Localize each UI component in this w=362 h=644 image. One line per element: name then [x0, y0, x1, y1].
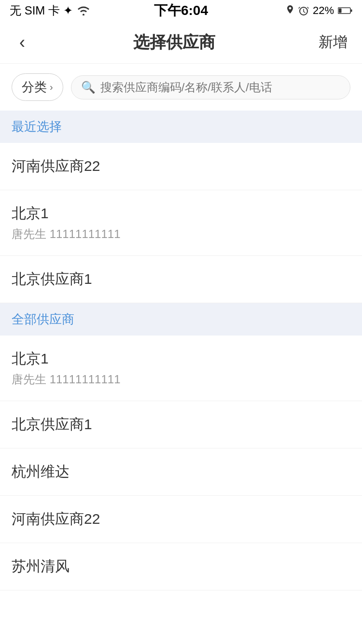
category-label: 分类: [22, 79, 47, 96]
item-name: 北京1: [12, 349, 350, 369]
status-bar: 无 SIM 卡 ✦ 下午6:04 22%: [0, 0, 362, 21]
all-section-header: 全部供应商: [0, 303, 362, 336]
list-item[interactable]: 河南供应商22: [0, 496, 362, 543]
item-sub: 唐先生 11111111111: [12, 226, 350, 242]
item-name: 河南供应商22: [12, 156, 350, 176]
svg-rect-2: [351, 10, 352, 12]
recent-list: 河南供应商22北京1唐先生 11111111111北京供应商1: [0, 143, 362, 303]
svg-rect-3: [339, 9, 342, 13]
category-filter-button[interactable]: 分类 ›: [12, 73, 63, 101]
item-name: 北京1: [12, 204, 350, 224]
item-name: 北京供应商1: [12, 415, 350, 434]
list-item[interactable]: 杭州维达: [0, 448, 362, 496]
search-icon: 🔍: [81, 81, 96, 94]
page-title: 选择供应商: [133, 31, 215, 54]
all-list: 北京1唐先生 11111111111北京供应商1杭州维达河南供应商22苏州清风: [0, 336, 362, 590]
new-action-button[interactable]: 新增: [319, 32, 348, 52]
recent-section-header: 最近选择: [0, 111, 362, 143]
chevron-right-icon: ›: [50, 82, 53, 93]
no-sim-text: 无 SIM 卡 ✦: [10, 3, 73, 18]
battery-icon: [338, 7, 352, 14]
location-icon: [286, 5, 294, 16]
item-name: 苏州清风: [12, 557, 350, 576]
search-input[interactable]: [100, 81, 340, 94]
search-bar[interactable]: 🔍: [71, 75, 350, 99]
list-item[interactable]: 北京1唐先生 11111111111: [0, 336, 362, 401]
list-item[interactable]: 北京供应商1: [0, 256, 362, 303]
back-button[interactable]: ‹: [14, 28, 30, 57]
status-time: 下午6:04: [154, 1, 208, 20]
list-item[interactable]: 河南供应商22: [0, 143, 362, 190]
alarm-icon: [298, 5, 309, 16]
battery-text: 22%: [313, 4, 334, 17]
list-item[interactable]: 北京供应商1: [0, 401, 362, 448]
item-sub: 唐先生 11111111111: [12, 372, 350, 387]
item-name: 河南供应商22: [12, 509, 350, 529]
wifi-icon: [77, 6, 90, 15]
list-item[interactable]: 北京1唐先生 11111111111: [0, 190, 362, 256]
item-name: 北京供应商1: [12, 269, 350, 289]
list-item[interactable]: 苏州清风: [0, 543, 362, 590]
nav-bar: ‹ 选择供应商 新增: [0, 21, 362, 64]
item-name: 杭州维达: [12, 462, 350, 482]
status-right: 22%: [286, 4, 352, 17]
filter-bar: 分类 › 🔍: [0, 64, 362, 111]
status-left: 无 SIM 卡 ✦: [10, 3, 90, 18]
